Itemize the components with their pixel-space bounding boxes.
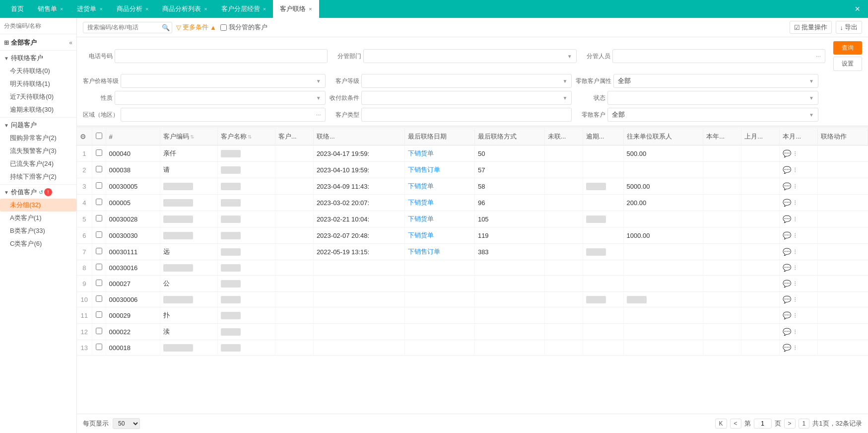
grid-action-icon[interactable]: ⁝ — [794, 199, 796, 207]
nav-product-analysis-list[interactable]: 商品分析列表 × — [155, 0, 214, 18]
more-conditions-btn[interactable]: ▽ 更多条件 ▲ — [176, 23, 216, 32]
th-last-contact-date[interactable]: 最后联络日期 — [405, 128, 475, 145]
last-page-btn[interactable]: 1 — [799, 419, 810, 429]
row-checkbox[interactable] — [96, 328, 102, 334]
th-checkbox[interactable] — [92, 128, 106, 145]
contact-method-link[interactable]: 下销货单 — [408, 215, 434, 222]
grid-action-icon[interactable]: ⁝ — [794, 166, 796, 174]
grid-action-icon[interactable]: ⁝ — [794, 149, 796, 157]
close-customer-tier[interactable]: × — [263, 6, 266, 12]
refresh-icon[interactable]: ↺ — [39, 189, 43, 196]
th-name[interactable]: 客户名称⇅ — [217, 128, 275, 145]
contact-method-link[interactable]: 下销货单 — [408, 182, 434, 190]
message-icon[interactable]: 💬 — [783, 295, 791, 303]
next-page-btn[interactable]: > — [784, 419, 796, 429]
th-current-month[interactable]: 本月... — [780, 128, 818, 145]
batch-operation-btn[interactable]: ☑ 批量操作 — [790, 21, 832, 34]
customer-level-select[interactable]: ▼ — [361, 74, 572, 88]
message-icon[interactable]: 💬 — [783, 280, 791, 288]
region-select[interactable]: ··· — [121, 108, 326, 122]
sidebar-item-declining[interactable]: 持续下滑客户(2) — [0, 170, 76, 183]
sidebar-item-today-pending[interactable]: 今天待联络(0) — [0, 65, 76, 77]
th-days-uncontacted[interactable]: 未联... — [544, 128, 583, 145]
message-icon[interactable]: 💬 — [783, 182, 791, 190]
nav-customer-tier[interactable]: 客户分层经营 × — [214, 0, 273, 18]
phone-input[interactable] — [115, 49, 328, 63]
export-btn[interactable]: ↓ 导出 — [836, 21, 863, 34]
cell-checkbox[interactable] — [92, 195, 106, 211]
message-icon[interactable]: 💬 — [783, 344, 791, 352]
contact-method-link[interactable]: 下销售订单 — [408, 248, 440, 255]
cell-checkbox[interactable] — [92, 145, 106, 162]
nav-product-analysis[interactable]: 商品分析 × — [110, 0, 155, 18]
my-customers-checkbox[interactable] — [220, 24, 227, 31]
row-checkbox[interactable] — [96, 166, 102, 172]
row-checkbox[interactable] — [96, 199, 102, 205]
row-checkbox[interactable] — [96, 215, 102, 221]
reset-button[interactable]: 设置 — [833, 57, 862, 71]
cell-checkbox[interactable] — [92, 276, 106, 292]
sidebar-group-problem-customer[interactable]: ▼ 问题客户 — [0, 119, 76, 132]
nav-home[interactable]: 首页 — [4, 0, 31, 18]
sidebar-item-ungrouped[interactable]: 未分组(32) — [0, 199, 76, 212]
th-type[interactable]: 客户... — [275, 128, 313, 145]
sidebar-item-tomorrow-pending[interactable]: 明天待联络(1) — [0, 77, 76, 90]
message-icon[interactable]: 💬 — [783, 328, 791, 336]
grid-action-icon[interactable]: ⁝ — [794, 295, 796, 303]
message-icon[interactable]: 💬 — [783, 264, 791, 272]
main-search-icon[interactable]: 🔍 — [162, 24, 170, 31]
sidebar-item-churn-warning[interactable]: 流失预警客户(3) — [0, 144, 76, 157]
prev-page-btn[interactable]: < — [730, 419, 741, 429]
sidebar-item-7days-pending[interactable]: 近7天待联络(0) — [0, 90, 76, 103]
sidebar-item-class-b[interactable]: B类客户(33) — [0, 224, 76, 237]
grid-action-icon[interactable]: ⁝ — [794, 264, 796, 272]
status-select[interactable]: ▼ — [607, 91, 818, 105]
close-sales[interactable]: × — [60, 6, 63, 12]
grid-action-icon[interactable]: ⁝ — [794, 248, 796, 256]
message-icon[interactable]: 💬 — [783, 199, 791, 207]
close-purchase[interactable]: × — [99, 6, 102, 12]
sidebar-item-overdue-pending[interactable]: 逾期未联络(30) — [0, 103, 76, 116]
contact-method-link[interactable]: 下销货单 — [408, 231, 434, 239]
row-checkbox[interactable] — [96, 264, 102, 270]
dept-select[interactable]: ▼ — [363, 49, 576, 63]
th-last-contact-method[interactable]: 最后联络方式 — [474, 128, 544, 145]
grid-action-icon[interactable]: ⁝ — [794, 182, 796, 190]
cell-checkbox[interactable] — [92, 162, 106, 178]
select-all-checkbox[interactable] — [96, 133, 102, 139]
contact-method-link[interactable]: 下销货单 — [408, 199, 434, 206]
th-current-year[interactable]: 本年... — [703, 128, 741, 145]
cell-checkbox[interactable] — [92, 244, 106, 260]
cell-checkbox[interactable] — [92, 307, 106, 324]
message-icon[interactable]: 💬 — [783, 166, 791, 174]
th-code[interactable]: 客户编码⇅ — [160, 128, 218, 145]
row-checkbox[interactable] — [96, 149, 102, 156]
cell-checkbox[interactable] — [92, 292, 106, 307]
grid-action-icon[interactable]: ⁝ — [794, 215, 796, 223]
grid-action-icon[interactable]: ⁝ — [794, 328, 796, 336]
row-checkbox[interactable] — [96, 295, 102, 302]
cell-checkbox[interactable] — [92, 178, 106, 195]
grid-action-icon[interactable]: ⁝ — [794, 280, 796, 288]
th-contact[interactable]: 联络... — [313, 128, 404, 145]
grid-action-icon[interactable]: ⁝ — [794, 231, 796, 239]
row-checkbox[interactable] — [96, 231, 102, 238]
nav-purchase[interactable]: 进货单 × — [70, 0, 109, 18]
retail-customer-select[interactable]: 全部 ▼ — [607, 108, 818, 122]
row-checkbox[interactable] — [96, 182, 102, 189]
message-icon[interactable]: 💬 — [783, 248, 791, 256]
th-settings[interactable]: ⚙ — [77, 128, 92, 145]
message-icon[interactable]: 💬 — [783, 215, 791, 223]
nature-select[interactable]: ▼ — [115, 91, 326, 105]
sidebar-search-input[interactable] — [4, 22, 77, 29]
payment-select[interactable]: ▼ — [361, 91, 572, 105]
contact-method-link[interactable]: 下销售订单 — [408, 166, 440, 173]
main-search-input[interactable] — [87, 24, 162, 31]
cell-checkbox[interactable] — [92, 260, 106, 276]
person-select[interactable]: ··· — [612, 49, 825, 63]
sidebar-item-class-c[interactable]: C类客户(6) — [0, 237, 76, 250]
th-unit-contact[interactable]: 往来单位联系人 — [623, 128, 703, 145]
contact-method-link[interactable]: 下销货单 — [408, 149, 434, 157]
message-icon[interactable]: 💬 — [783, 311, 791, 319]
th-overdue[interactable]: 逾期... — [583, 128, 623, 145]
